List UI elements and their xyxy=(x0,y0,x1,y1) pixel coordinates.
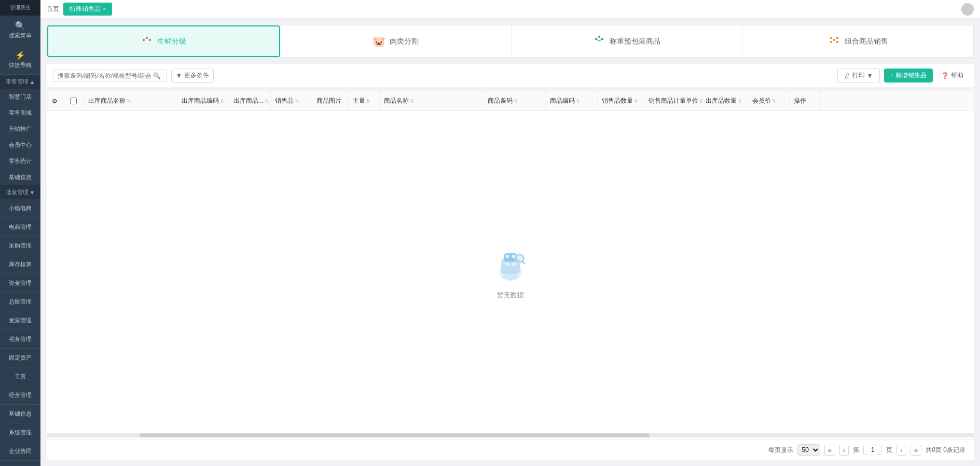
help-button[interactable]: ❓ 帮助 xyxy=(937,68,968,83)
filter-button[interactable]: ▼ 更多条件 xyxy=(171,68,214,83)
active-tab[interactable]: 特殊销售品 × xyxy=(63,3,112,16)
sort-icon: ⇅ xyxy=(410,99,414,104)
sort-icon: ⇅ xyxy=(634,99,638,104)
search-box[interactable]: 🔍 xyxy=(53,70,167,82)
sidebar-item-retail-manage[interactable]: 零售管理 ▲ xyxy=(0,75,40,89)
sidebar-item-retail-stats[interactable]: 零售统计 xyxy=(0,153,40,169)
sidebar-item-ledger[interactable]: 总账管理 xyxy=(0,293,40,311)
sidebar-item-quick-nav[interactable]: ⚡ 快捷导航 xyxy=(0,45,40,75)
sidebar-item-label: 经营管理 xyxy=(2,391,38,399)
cat-tab-fresh[interactable]: 生鲜分级 xyxy=(47,25,280,57)
retail-manage-label: 零售管理 xyxy=(6,78,29,86)
cat-tab-combo[interactable]: 组合商品销售 xyxy=(742,25,973,57)
th-goods-code[interactable]: 商品编码 ⇅ xyxy=(546,91,598,111)
sidebar-item-label: 快捷导航 xyxy=(2,61,38,69)
sidebar-item-retail-mall[interactable]: 零售商城 xyxy=(0,105,40,121)
th-barcode[interactable]: 商品条码 ⇅ xyxy=(484,91,546,111)
last-page-button[interactable]: » xyxy=(910,445,921,456)
sidebar-item-assets[interactable]: 固定资产 xyxy=(0,349,40,367)
page-input[interactable] xyxy=(863,445,882,455)
svg-point-1 xyxy=(146,37,148,39)
svg-line-23 xyxy=(522,262,524,264)
sidebar-item-smart-store[interactable]: 智慧门店 xyxy=(0,89,40,105)
add-button[interactable]: + 新增销售品 xyxy=(884,68,933,83)
sidebar-item-tax[interactable]: 税务管理 xyxy=(0,330,40,349)
search-input[interactable] xyxy=(58,72,151,79)
content-area: 生鲜分级 🐷 肉类分割 称重预包装商品 xyxy=(40,19,980,466)
first-page-button[interactable]: « xyxy=(824,445,835,456)
svg-point-11 xyxy=(830,41,832,43)
config-icon: ⚙ xyxy=(52,98,58,105)
th-goods-name[interactable]: 商品名称 ⇅ xyxy=(380,91,484,111)
svg-point-8 xyxy=(830,37,832,39)
prev-page-button[interactable]: ‹ xyxy=(839,445,849,456)
user-avatar xyxy=(961,3,974,16)
svg-point-2 xyxy=(149,39,151,41)
sidebar-item-label: 税务管理 xyxy=(2,335,38,343)
th-main-unit[interactable]: 主量 ⇅ xyxy=(349,91,380,111)
sidebar-item-ecommerce[interactable]: 电商管理 xyxy=(0,218,40,237)
cat-tab-weight[interactable]: 称重预包装商品 xyxy=(512,25,743,57)
th-check[interactable] xyxy=(63,91,84,111)
th-sale-unit[interactable]: 销售商品计量单位 ⇅ xyxy=(644,91,701,111)
help-icon: ❓ xyxy=(941,72,949,79)
sidebar-item-invoice[interactable]: 发票管理 xyxy=(0,311,40,330)
close-tab-icon[interactable]: × xyxy=(103,6,106,12)
sidebar-item-newcomer[interactable]: 新手引导 xyxy=(0,461,40,466)
th-img: 商品图片 xyxy=(312,91,349,111)
cat-tab-fresh-label: 生鲜分级 xyxy=(157,37,186,46)
th-sale-item[interactable]: 销售品 ⇅ xyxy=(271,91,312,111)
sidebar-item-search-menu[interactable]: 🔍 搜索菜单 xyxy=(0,16,40,45)
th-outbound-name[interactable]: 出库商品名称 ⇅ xyxy=(84,91,177,111)
sidebar-item-wholesale[interactable]: 批发管理 ▼ xyxy=(0,185,40,199)
sidebar-item-label: 零售商城 xyxy=(2,109,38,117)
svg-point-12 xyxy=(836,41,838,43)
sidebar-item-system[interactable]: 系统管理 xyxy=(0,423,40,442)
th-outbound-code[interactable]: 出库商品编码 ⇅ xyxy=(177,91,229,111)
filter-label: 更多条件 xyxy=(184,71,209,80)
sidebar-item-salary[interactable]: 工资 xyxy=(0,367,40,386)
horizontal-scrollbar[interactable] xyxy=(47,433,974,437)
cat-tab-weight-label: 称重预包装商品 xyxy=(610,37,660,46)
th-member-price[interactable]: 会员价 ⇅ xyxy=(748,91,790,111)
toolbar-right: 🖨 打印 ▼ + 新增销售品 ❓ 帮助 xyxy=(837,68,968,83)
sidebar-item-basic-info[interactable]: 基础信息 xyxy=(0,169,40,185)
svg-line-7 xyxy=(599,39,602,41)
sidebar-item-label: 小畅电商 xyxy=(2,204,38,212)
select-all-checkbox[interactable] xyxy=(70,98,77,104)
filter-icon: ▼ xyxy=(176,72,182,79)
sidebar-item-xc-ecommerce[interactable]: 小畅电商 xyxy=(0,199,40,218)
th-sale-qty[interactable]: 销售品数量 ⇅ xyxy=(598,91,644,111)
th-out-qty[interactable]: 出库品数量 ⇅ xyxy=(701,91,748,111)
sidebar-item-enterprise[interactable]: 企业协同 xyxy=(0,442,40,461)
pagination: 每页显示 50 « ‹ 第 页 › » 共0页 0条记录 xyxy=(47,440,974,460)
th-outbound-spec[interactable]: 出库商品... ⇅ xyxy=(229,91,271,111)
page-size-select[interactable]: 50 xyxy=(797,444,820,456)
weight-icon xyxy=(593,34,605,49)
sidebar-item-label: 库存核算 xyxy=(2,261,38,268)
sidebar-item-basic-info-2[interactable]: 基础信息 xyxy=(0,405,40,423)
sidebar-item-member[interactable]: 会员中心 xyxy=(0,137,40,153)
sidebar-item-marketing[interactable]: 营销推广 xyxy=(0,121,40,137)
topbar-right xyxy=(961,3,974,16)
cat-tab-meat[interactable]: 🐷 肉类分割 xyxy=(280,25,512,57)
cat-tab-combo-label: 组合商品销售 xyxy=(845,37,888,46)
sort-icon: ⇅ xyxy=(265,99,269,104)
fresh-icon xyxy=(141,34,153,49)
cat-tab-meat-label: 肉类分割 xyxy=(390,37,419,46)
sidebar-item-ops[interactable]: 经营管理 xyxy=(0,386,40,405)
sidebar-item-inventory[interactable]: 库存核算 xyxy=(0,255,40,274)
sidebar-item-label: 营销推广 xyxy=(2,125,38,133)
sidebar-item-purchase[interactable]: 采购管理 xyxy=(0,237,40,255)
scroll-thumb[interactable] xyxy=(140,433,650,437)
empty-state: 暂无数据 xyxy=(490,243,531,300)
topbar: 首页 特殊销售品 × xyxy=(40,0,980,19)
next-page-button[interactable]: › xyxy=(896,445,906,456)
sidebar-item-label: 零售统计 xyxy=(2,157,38,165)
svg-point-16 xyxy=(506,255,509,258)
home-link[interactable]: 首页 xyxy=(47,5,59,13)
th-config[interactable]: ⚙ xyxy=(47,91,63,111)
sidebar-item-label: 基础信息 xyxy=(2,173,38,181)
sidebar-item-finance[interactable]: 资金管理 xyxy=(0,274,40,293)
print-button[interactable]: 🖨 打印 ▼ xyxy=(837,68,880,83)
